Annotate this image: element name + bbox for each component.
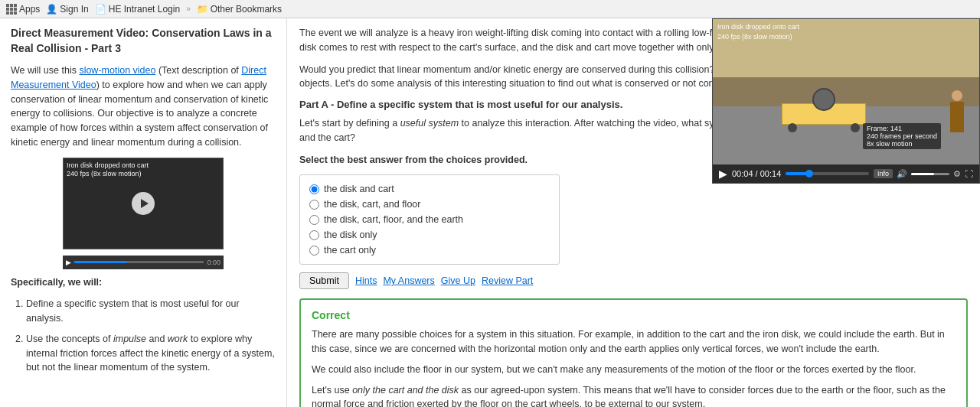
popup-progress-thumb xyxy=(805,170,813,177)
he-intranet-label: HE Intranet Login xyxy=(109,4,180,15)
other-bookmarks[interactable]: 📁 Other Bookmarks xyxy=(197,4,282,15)
slow-label: 8x slow motion xyxy=(867,140,937,148)
fps-label: 240 frames per second xyxy=(867,132,937,140)
left-video-thumbnail[interactable]: Iron disk dropped onto cart 240 fps (8x … xyxy=(63,158,224,249)
left-video-fps: 240 fps (8x slow motion) xyxy=(67,170,149,179)
action-buttons: Submit Hints My Answers Give Up Review P… xyxy=(299,272,968,289)
chevron-right-icon: » xyxy=(186,5,191,13)
popup-progress-bar[interactable] xyxy=(786,172,869,175)
left-progress-filled xyxy=(74,261,126,263)
correct-header: Correct xyxy=(312,309,956,321)
choice-3-label: the disk, cart, floor, and the earth xyxy=(324,214,463,225)
video-popup-overlay: Iron disk dropped onto cart 240 fps (8x … xyxy=(717,22,799,41)
video-popup-controls: ▶ 00:04 / 00:14 Info 🔊 ⚙ xyxy=(713,164,979,183)
popup-time-total: 00:14 xyxy=(760,169,782,178)
choice-3[interactable]: the disk, cart, floor, and the earth xyxy=(309,212,550,227)
choice-1[interactable]: the disk and cart xyxy=(309,181,550,197)
left-video-controls: ▶ 0:00 xyxy=(63,256,224,269)
frame-label: Frame: 141 xyxy=(867,125,937,132)
video-popup: Iron disk dropped onto cart 240 fps (8x … xyxy=(712,18,980,184)
popup-right-controls: Info 🔊 ⚙ ⛶ xyxy=(874,169,973,179)
submit-button[interactable]: Submit xyxy=(299,272,349,289)
popup-info-button[interactable]: Info xyxy=(874,169,893,178)
hints-button[interactable]: Hints xyxy=(355,275,377,286)
part-a-label: Part A - xyxy=(299,99,337,110)
review-part-button[interactable]: Review Part xyxy=(482,275,533,286)
popup-gear-icon[interactable]: ⚙ xyxy=(953,169,961,179)
page-icon: 📄 xyxy=(95,4,106,15)
correct-para-2: We could also include the floor in our s… xyxy=(312,363,956,377)
popup-video-title: Iron disk dropped onto cart xyxy=(717,22,799,32)
popup-time: 00:04 / 00:14 xyxy=(732,169,781,178)
sign-in-icon: 👤 xyxy=(46,4,57,15)
objective-1: Define a specific system that is most us… xyxy=(26,297,276,326)
popup-fullscreen-icon[interactable]: ⛶ xyxy=(965,169,973,178)
part-a-title: Define a specific system that is most us… xyxy=(337,99,623,110)
correct-para-3: Let's use only the cart and the disk as … xyxy=(312,383,956,408)
browser-bar: Apps 👤 Sign In 📄 HE Intranet Login » 📁 O… xyxy=(0,0,980,18)
give-up-button[interactable]: Give Up xyxy=(441,275,475,286)
choice-1-label: the disk and cart xyxy=(324,184,394,194)
my-answers-button[interactable]: My Answers xyxy=(383,275,434,286)
left-play-button[interactable] xyxy=(132,192,155,215)
other-bookmarks-label: Other Bookmarks xyxy=(211,4,282,15)
choice-4[interactable]: the disk only xyxy=(309,227,550,243)
correct-para-1: There are many possible choices for a sy… xyxy=(312,327,956,357)
page-title: Direct Measurement Video: Conservation L… xyxy=(11,26,276,56)
choice-5[interactable]: the cart only xyxy=(309,243,550,258)
choices-box: the disk and cart the disk, cart, and fl… xyxy=(299,174,560,265)
main-content: Iron disk dropped onto cart 240 fps (8x … xyxy=(287,18,980,407)
radio-2[interactable] xyxy=(309,200,319,210)
popup-volume-slider[interactable] xyxy=(911,173,949,175)
he-intranet-bookmark[interactable]: 📄 HE Intranet Login xyxy=(95,4,180,15)
correct-box: Correct There are many possible choices … xyxy=(299,298,968,407)
left-play-icon[interactable]: ▶ xyxy=(66,259,71,266)
popup-video-subtitle: 240 fps (8x slow motion) xyxy=(717,32,799,42)
apps-label: Apps xyxy=(19,4,40,15)
video-popup-content: Iron disk dropped onto cart 240 fps (8x … xyxy=(713,19,979,164)
sign-in-bookmark[interactable]: 👤 Sign In xyxy=(46,4,88,15)
left-progress-bar[interactable] xyxy=(74,261,204,263)
radio-4[interactable] xyxy=(309,230,319,240)
popup-play-button[interactable]: ▶ xyxy=(719,168,727,179)
objective-2: Use the concepts of impulse and work to … xyxy=(26,332,276,375)
choice-4-label: the disk only xyxy=(324,230,377,240)
left-video-title: Iron disk dropped onto cart xyxy=(67,161,149,171)
apps-section[interactable]: Apps xyxy=(6,4,40,15)
intro-paragraph: We will use this slow-motion video (Text… xyxy=(11,63,276,150)
left-time: 0:00 xyxy=(207,259,220,266)
video-scene: Iron disk dropped onto cart 240 fps (8x … xyxy=(713,19,979,164)
sign-in-label: Sign In xyxy=(60,4,88,15)
popup-time-current: 00:04 xyxy=(732,169,753,178)
popup-mute-icon[interactable]: 🔊 xyxy=(897,169,907,179)
left-panel: Direct Measurement Video: Conservation L… xyxy=(0,18,287,407)
choice-5-label: the cart only xyxy=(324,245,376,256)
radio-1[interactable] xyxy=(309,184,319,194)
frame-indicator: Frame: 141 240 frames per second 8x slow… xyxy=(863,123,941,149)
specifically-label: Specifically, we will: xyxy=(11,275,276,290)
objectives-list: Define a specific system that is most us… xyxy=(26,297,276,375)
choice-2-label: the disk, cart, and floor xyxy=(324,199,420,210)
folder-icon: 📁 xyxy=(197,4,208,15)
choice-2[interactable]: the disk, cart, and floor xyxy=(309,197,550,212)
radio-5[interactable] xyxy=(309,246,319,256)
popup-volume-filled xyxy=(911,173,934,175)
apps-grid-icon xyxy=(6,4,17,15)
radio-3[interactable] xyxy=(309,215,319,225)
left-video-overlay: Iron disk dropped onto cart 240 fps (8x … xyxy=(67,161,149,179)
slow-motion-link[interactable]: slow-motion video xyxy=(79,65,155,76)
